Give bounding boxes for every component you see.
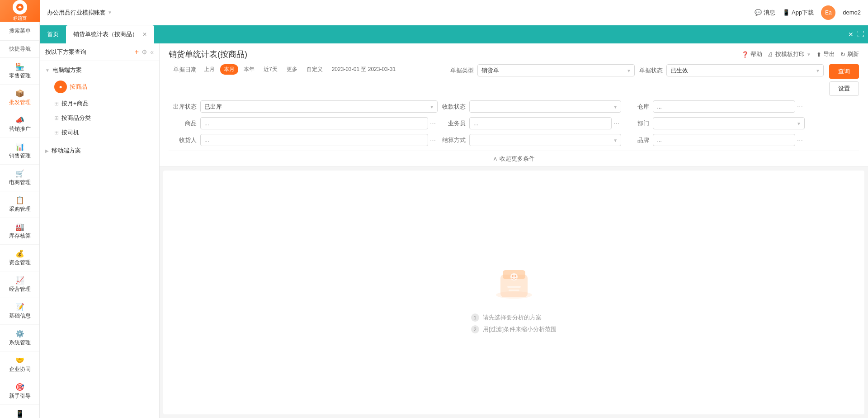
collapse-conditions-button[interactable]: ∧ 收起更多条件: [169, 151, 859, 166]
sidebar-item-wholesale[interactable]: 📦 批发管理: [0, 85, 39, 111]
date-tab-last-month[interactable]: 上月: [200, 64, 218, 75]
recipient-label: 收货人: [169, 136, 200, 144]
empty-state: 1 请先选择要分析的方案 2 用[过滤]条件来缩小分析范围: [163, 171, 864, 414]
settings-scheme-button[interactable]: ⚙: [142, 48, 147, 56]
tip-text-2: 用[过滤]条件来缩小分析范围: [483, 325, 557, 333]
message-label: 消息: [764, 9, 775, 17]
logo[interactable]: 标题页: [0, 0, 40, 22]
brand-input[interactable]: [653, 134, 795, 146]
sales-stat-tab-label: 销货单统计表（按商品）: [73, 30, 138, 38]
by-product-label: 按商品: [70, 83, 87, 91]
svg-point-5: [512, 275, 514, 277]
date-tab-custom[interactable]: 自定义: [303, 64, 326, 75]
date-range-value: 2023-03-01 至 2023-03-31: [332, 66, 396, 73]
sidebar-item-ecommerce[interactable]: 🛒 电商管理: [0, 165, 39, 191]
sidebar-item-system[interactable]: ⚙️ 系统管理: [0, 325, 39, 352]
tab-home[interactable]: 首页: [40, 25, 66, 43]
enterprise-label: 企业协同: [2, 366, 38, 373]
mobile-section-arrow: ▶: [45, 148, 49, 153]
payment-select[interactable]: [469, 134, 621, 146]
account-selector[interactable]: 办公用品行业模拟账套 ▼: [47, 9, 112, 17]
active-indicator: ●: [54, 81, 67, 93]
doctype-select[interactable]: 销货单: [477, 64, 635, 76]
logo-text: 标题页: [13, 15, 27, 22]
product-dots-button[interactable]: ···: [428, 119, 438, 128]
mobile-section-label: 移动端方案: [52, 147, 81, 155]
inventory-icon: 🏭: [2, 223, 38, 231]
brand-dots-button[interactable]: ···: [795, 136, 805, 144]
date-tab-this-month[interactable]: 本月: [220, 64, 238, 75]
sidebar-item-finance[interactable]: 💰 资金管理: [0, 245, 39, 271]
sidebar-item-basic[interactable]: 📝 基础信息: [0, 298, 39, 325]
help-label: 帮助: [750, 50, 762, 58]
add-scheme-button[interactable]: +: [135, 48, 139, 56]
search-menu-label[interactable]: 搜索菜单: [0, 25, 39, 37]
sidebar-item-sales[interactable]: 📊 销售管理: [0, 138, 39, 165]
tab-sales-stat[interactable]: 销货单统计表（按商品） ✕: [66, 25, 154, 43]
window-maximize-button[interactable]: ⛶: [857, 30, 864, 38]
quick-nav-label[interactable]: 快捷导航: [0, 43, 39, 55]
print-button[interactable]: 🖨 按模板打印 ▼: [768, 50, 811, 58]
page-title: 销货单统计表(按商品): [169, 49, 247, 60]
inventory-label: 库存核算: [2, 232, 38, 240]
pc-section-label: 电脑端方案: [52, 66, 82, 74]
recipient-control: ···: [200, 134, 438, 146]
refresh-button[interactable]: ↻ 刷新: [840, 50, 859, 58]
salesperson-input[interactable]: [469, 117, 612, 129]
salesperson-dots-button[interactable]: ···: [612, 119, 621, 128]
collapse-panel-button[interactable]: «: [150, 48, 154, 56]
sidebar-search[interactable]: 搜索菜单: [0, 22, 39, 41]
active-dot: ●: [59, 84, 62, 90]
user-name[interactable]: demo2: [843, 9, 861, 16]
guide-label: 新手引导: [2, 392, 38, 400]
help-button[interactable]: ❓ 帮助: [741, 50, 762, 58]
settings-button[interactable]: 设置: [829, 81, 859, 96]
warehouse-dots-button[interactable]: ···: [795, 103, 805, 111]
tree-item-by-month-product[interactable]: ⊞ 按月+商品: [49, 96, 159, 111]
date-label: 单据日期: [169, 66, 200, 74]
warehouse-input[interactable]: [653, 100, 795, 113]
sidebar-item-enterprise[interactable]: 🤝 企业协同: [0, 352, 39, 378]
query-button[interactable]: 查询: [829, 64, 859, 79]
date-tab-more[interactable]: 更多: [283, 64, 301, 75]
department-select[interactable]: [653, 117, 805, 129]
sidebar-item-marketing[interactable]: 📣 营销推广: [0, 111, 39, 138]
tree-section-mobile-header[interactable]: ▶ 移动端方案: [40, 143, 159, 158]
doctype-label: 单据类型: [446, 66, 477, 75]
sidebar-nav[interactable]: 快捷导航: [0, 41, 39, 58]
payment-label: 结算方式: [438, 136, 469, 144]
date-tab-7days[interactable]: 近7天: [260, 64, 281, 75]
sidebar-item-operation[interactable]: 📈 经营管理: [0, 271, 39, 298]
by-printer-label: 按司机: [61, 128, 79, 137]
sidebar-item-purchase[interactable]: 📋 采购管理: [0, 191, 39, 218]
help-icon: ❓: [741, 51, 749, 58]
window-close-button[interactable]: ✕: [844, 31, 857, 38]
tree-section-pc-header[interactable]: ▼ 电脑端方案: [40, 63, 159, 77]
outstatus-select[interactable]: 已出库: [200, 100, 438, 113]
tree-item-by-product[interactable]: ● 按商品: [49, 77, 159, 96]
user-avatar[interactable]: Ea: [821, 5, 835, 20]
docstatus-select[interactable]: 已生效: [666, 64, 824, 76]
recipient-dots-button[interactable]: ···: [428, 136, 438, 144]
product-input[interactable]: [200, 117, 428, 129]
sidebar-item-retail[interactable]: 🏪 零售管理: [0, 58, 39, 85]
message-button[interactable]: 💬 消息: [755, 9, 775, 17]
operation-label: 经营管理: [2, 285, 38, 293]
tree-item-by-printer[interactable]: ⊞ 按司机: [49, 125, 159, 140]
sidebar-item-guide[interactable]: 🎯 新手引导: [0, 378, 39, 405]
content-area: 按以下方案查询 + ⚙ « ▼ 电脑端方案 ● 按商: [40, 43, 868, 418]
export-button[interactable]: ⬆ 导出: [816, 50, 835, 58]
receiptstatus-select[interactable]: [469, 100, 621, 113]
salesperson-control: ···: [469, 117, 621, 129]
date-tab-this-year[interactable]: 本年: [240, 64, 258, 75]
tree-sub-pc: ● 按商品 ⊞ 按月+商品 ⊞ 按商品分类 ⊞ 按司机: [40, 77, 159, 140]
sidebar-item-inventory[interactable]: 🏭 库存核算: [0, 218, 39, 245]
tree-item-by-category[interactable]: ⊞ 按商品分类: [49, 111, 159, 125]
tree-section-pc: ▼ 电脑端方案 ● 按商品 ⊞ 按月+商品 ⊞: [40, 61, 159, 142]
recipient-input[interactable]: [200, 134, 428, 146]
sidebar-item-apps[interactable]: 📱 应用中心: [0, 405, 39, 418]
app-download-button[interactable]: 📱 App下载: [783, 9, 814, 17]
filter-receiptstatus-item: 收款状态 ▼: [438, 100, 621, 113]
page-title-row: 销货单统计表(按商品) ❓ 帮助 🖨 按模板打印 ▼ ⬆: [169, 49, 859, 60]
tab-close-icon[interactable]: ✕: [142, 31, 147, 38]
